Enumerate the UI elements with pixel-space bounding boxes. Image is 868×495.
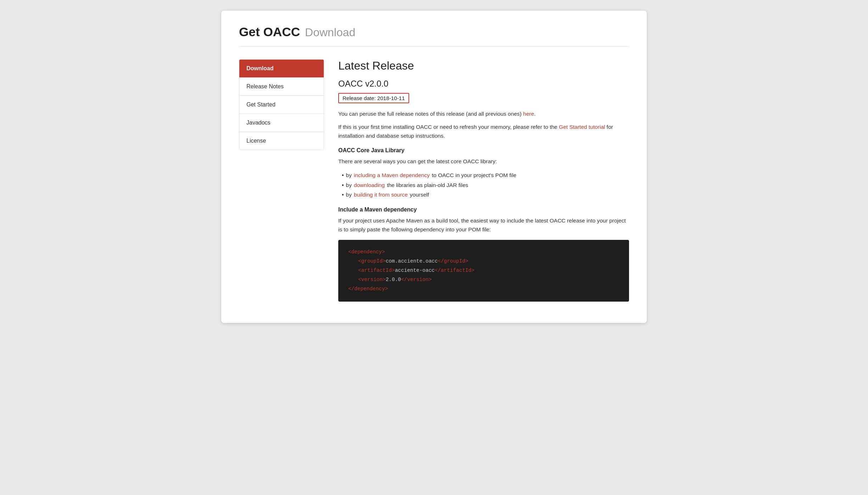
code-line-3: <artifactId>acciente-oacc</artifactId> <box>348 266 619 275</box>
sidebar-item-download[interactable]: Download <box>239 60 324 78</box>
desc2-prefix: If this is your first time installing OA… <box>338 124 559 130</box>
page-wrapper: Get OACC Download Download Release Notes… <box>221 11 647 323</box>
sidebar-item-release-notes[interactable]: Release Notes <box>239 78 324 96</box>
list-item: by downloading the libraries as plain-ol… <box>342 180 629 190</box>
core-section-title: OACC Core Java Library <box>338 147 629 154</box>
get-started-tutorial-link[interactable]: Get Started tutorial <box>559 124 605 130</box>
main-content: Latest Release OACC v2.0.0 Release date:… <box>338 59 629 302</box>
content-layout: Download Release Notes Get Started Javad… <box>239 59 629 302</box>
list-item: by building it from source yourself <box>342 190 629 199</box>
building-from-source-link[interactable]: building it from source <box>354 190 408 199</box>
code-line-2: <groupId>com.acciente.oacc</groupId> <box>348 257 619 266</box>
release-version: OACC v2.0.0 <box>338 79 629 89</box>
description-1: You can peruse the full release notes of… <box>338 110 629 119</box>
maven-dependency-link[interactable]: including a Maven dependency <box>354 171 430 180</box>
code-line-1: <dependency> <box>348 248 619 257</box>
sidebar: Download Release Notes Get Started Javad… <box>239 59 324 150</box>
page-title: Get OACC <box>239 25 300 39</box>
code-line-4: <version>2.0.0</version> <box>348 275 619 285</box>
code-line-5: </dependency> <box>348 285 619 294</box>
maven-description: If your project uses Apache Maven as a b… <box>338 216 629 234</box>
sidebar-item-javadocs[interactable]: Javadocs <box>239 114 324 132</box>
description-2: If this is your first time installing OA… <box>338 123 629 141</box>
downloading-link[interactable]: downloading <box>354 181 385 190</box>
maven-section-title: Include a Maven dependency <box>338 207 629 213</box>
desc1-prefix: You can peruse the full release notes of… <box>338 111 523 117</box>
bullet-list: by including a Maven dependency to OACC … <box>342 170 629 199</box>
code-block: <dependency> <groupId>com.acciente.oacc<… <box>338 240 629 302</box>
sidebar-item-get-started[interactable]: Get Started <box>239 96 324 114</box>
release-date-box: Release date: 2018-10-11 <box>338 93 409 103</box>
list-item: by including a Maven dependency to OACC … <box>342 170 629 180</box>
page-subtitle: Download <box>305 26 355 39</box>
page-header: Get OACC Download <box>239 25 629 46</box>
desc1-suffix: . <box>534 111 535 117</box>
core-description: There are several ways you can get the l… <box>338 157 629 166</box>
sidebar-item-license[interactable]: License <box>239 132 324 150</box>
section-title: Latest Release <box>338 59 629 72</box>
here-link[interactable]: here <box>523 111 534 117</box>
